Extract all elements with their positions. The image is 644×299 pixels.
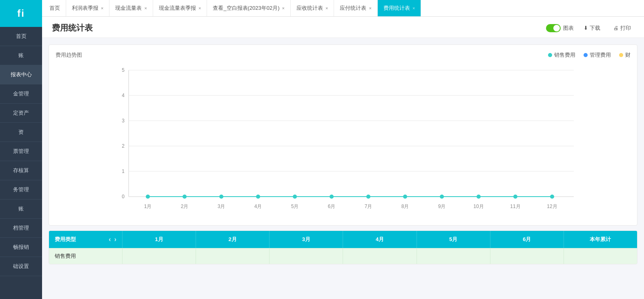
th-type: 费用类型 ‹ › bbox=[49, 231, 123, 248]
svg-point-31 bbox=[330, 195, 334, 199]
legend-dot bbox=[548, 53, 552, 57]
sidebar-item-账[interactable]: 账 bbox=[0, 199, 42, 219]
tab-首页[interactable]: 首页 bbox=[44, 0, 66, 16]
svg-point-30 bbox=[293, 195, 297, 199]
svg-text:1: 1 bbox=[122, 168, 125, 174]
header-actions: 图表 ⬇ 下载 🖨 打印 bbox=[546, 23, 634, 33]
svg-point-27 bbox=[183, 195, 187, 199]
svg-text:7月: 7月 bbox=[365, 204, 372, 209]
toggle-label: 图表 bbox=[563, 24, 574, 32]
td-m4 bbox=[343, 248, 417, 264]
tab-close-icon[interactable]: × bbox=[369, 6, 371, 11]
svg-point-29 bbox=[256, 195, 260, 199]
td-type: 销售费用 bbox=[49, 248, 123, 264]
legend-item-管理费用: 管理费用 bbox=[584, 51, 611, 59]
svg-point-28 bbox=[219, 195, 223, 199]
sidebar-item-报表中心[interactable]: 报表中心 bbox=[0, 65, 42, 84]
sidebar-item-务管理[interactable]: 务管理 bbox=[0, 180, 42, 199]
chart-svg-wrapper: 0 1 2 3 4 5 1月 2月 3月 4月 bbox=[56, 62, 631, 219]
tab-应收统计表[interactable]: 应收统计表× bbox=[291, 0, 334, 16]
chart-toggle[interactable]: 图表 bbox=[546, 24, 574, 32]
th-month-6-label: 6月 bbox=[523, 236, 531, 243]
svg-text:3月: 3月 bbox=[218, 204, 225, 209]
legend-item-销售费用: 销售费用 bbox=[548, 51, 575, 59]
chart-legend: 销售费用管理费用财 bbox=[548, 51, 631, 59]
sidebar-logo: fi bbox=[0, 0, 42, 27]
td-m5 bbox=[417, 248, 490, 264]
th-month-1: 1月 bbox=[123, 231, 196, 248]
sidebar-item-础设置[interactable]: 础设置 bbox=[0, 257, 42, 276]
th-month-2-label: 2月 bbox=[229, 236, 237, 243]
tab-bar: 首页利润表季报×现金流量表×现金流量表季报×查看_空白报表(2023年02月)×… bbox=[42, 0, 644, 17]
svg-text:12月: 12月 bbox=[547, 204, 557, 209]
sidebar: fi 首页账报表中心金管理定资产资票管理存核算务管理账档管理畅报销础设置 bbox=[0, 0, 42, 299]
sidebar-item-存核算[interactable]: 存核算 bbox=[0, 161, 42, 180]
legend-label: 财 bbox=[625, 51, 631, 59]
row-type-label: 销售费用 bbox=[55, 252, 76, 260]
legend-label: 管理费用 bbox=[590, 51, 611, 59]
svg-text:4: 4 bbox=[122, 93, 125, 98]
toggle-track[interactable] bbox=[546, 24, 561, 32]
sidebar-item-档管理[interactable]: 档管理 bbox=[0, 219, 42, 238]
svg-text:6月: 6月 bbox=[328, 204, 336, 209]
chart-container: 费用趋势图 销售费用管理费用财 0 1 2 3 bbox=[49, 44, 637, 226]
td-m1 bbox=[123, 248, 196, 264]
svg-text:9月: 9月 bbox=[438, 204, 446, 209]
svg-text:4月: 4月 bbox=[254, 204, 262, 209]
th-month-6: 6月 bbox=[490, 231, 564, 248]
sidebar-item-定资产[interactable]: 定资产 bbox=[0, 104, 42, 123]
legend-item-财: 财 bbox=[619, 51, 631, 59]
svg-text:8月: 8月 bbox=[401, 204, 409, 209]
page-title: 费用统计表 bbox=[52, 22, 93, 33]
legend-dot bbox=[619, 53, 623, 57]
svg-point-35 bbox=[477, 195, 481, 199]
td-yearly bbox=[564, 248, 637, 264]
tab-现金流量表季报[interactable]: 现金流量表季报× bbox=[153, 0, 207, 16]
download-icon: ⬇ bbox=[584, 25, 588, 31]
expense-table: 费用类型 ‹ › 1月 2月 3月 4月 bbox=[49, 230, 637, 264]
chart-header: 费用趋势图 销售费用管理费用财 bbox=[56, 51, 631, 59]
content-area: 费用统计表 图表 ⬇ 下载 🖨 打印 bbox=[42, 17, 644, 299]
download-label: 下载 bbox=[590, 24, 600, 32]
th-month-2: 2月 bbox=[196, 231, 270, 248]
svg-text:5: 5 bbox=[122, 67, 125, 73]
sidebar-item-票管理[interactable]: 票管理 bbox=[0, 142, 42, 161]
prev-nav-button[interactable]: ‹ bbox=[109, 236, 111, 243]
tab-close-icon[interactable]: × bbox=[144, 6, 147, 11]
tab-应付统计表[interactable]: 应付统计表× bbox=[334, 0, 377, 16]
tab-费用统计表[interactable]: 费用统计表× bbox=[378, 0, 421, 16]
tab-close-icon[interactable]: × bbox=[282, 6, 285, 11]
tab-查看_空白报表(2023年02月)[interactable]: 查看_空白报表(2023年02月)× bbox=[207, 0, 291, 16]
print-button[interactable]: 🖨 打印 bbox=[610, 23, 634, 33]
tab-利润表季报[interactable]: 利润表季报× bbox=[66, 0, 109, 16]
tab-close-icon[interactable]: × bbox=[325, 6, 328, 11]
sidebar-item-首页[interactable]: 首页 bbox=[0, 27, 42, 46]
th-month-1-label: 1月 bbox=[155, 236, 163, 243]
tab-现金流量表[interactable]: 现金流量表× bbox=[109, 0, 153, 16]
td-m2 bbox=[196, 248, 270, 264]
next-nav-button[interactable]: › bbox=[114, 236, 116, 243]
sidebar-item-资[interactable]: 资 bbox=[0, 123, 42, 142]
print-icon: 🖨 bbox=[613, 25, 619, 31]
svg-point-36 bbox=[513, 195, 517, 199]
th-yearly-label: 本年累计 bbox=[590, 236, 611, 243]
svg-text:10月: 10月 bbox=[473, 204, 484, 209]
sidebar-item-金管理[interactable]: 金管理 bbox=[0, 84, 42, 104]
legend-label: 销售费用 bbox=[554, 51, 575, 59]
sidebar-item-账[interactable]: 账 bbox=[0, 46, 42, 65]
svg-text:1月: 1月 bbox=[144, 204, 152, 209]
tab-close-icon[interactable]: × bbox=[101, 6, 103, 11]
svg-point-33 bbox=[403, 195, 407, 199]
table-row: 销售费用 bbox=[49, 248, 637, 264]
svg-point-37 bbox=[550, 195, 554, 199]
tab-close-icon[interactable]: × bbox=[198, 6, 201, 11]
svg-text:0: 0 bbox=[122, 194, 125, 199]
th-month-4: 4月 bbox=[343, 231, 417, 248]
th-month-5-label: 5月 bbox=[449, 236, 457, 243]
svg-text:3: 3 bbox=[122, 118, 125, 124]
tab-close-icon[interactable]: × bbox=[412, 6, 415, 11]
sidebar-item-畅报销[interactable]: 畅报销 bbox=[0, 238, 42, 257]
main-area: 首页利润表季报×现金流量表×现金流量表季报×查看_空白报表(2023年02月)×… bbox=[42, 0, 644, 299]
download-button[interactable]: ⬇ 下载 bbox=[580, 23, 604, 33]
toggle-thumb bbox=[553, 25, 560, 31]
